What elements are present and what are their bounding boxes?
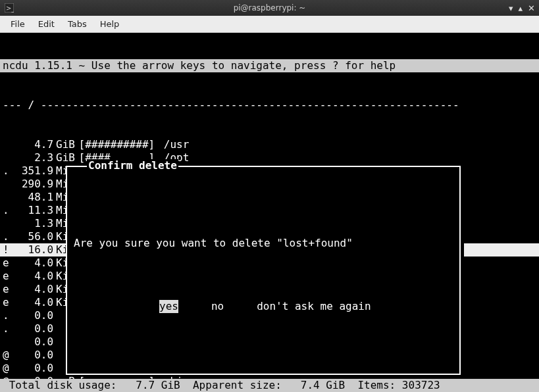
- path-mark: ---: [3, 99, 22, 112]
- row-mark: e: [3, 296, 9, 309]
- row-size: 4.0: [9, 283, 53, 296]
- row-name: /usr: [161, 138, 190, 151]
- row-size: 290.9: [9, 178, 53, 191]
- menu-file[interactable]: File: [5, 18, 30, 30]
- close-button[interactable]: ✕: [528, 3, 535, 13]
- dialog-button-don-t-ask-me-again[interactable]: don't ask me again: [257, 300, 371, 313]
- row-size: 16.0: [9, 243, 53, 257]
- row-mark: .: [3, 309, 9, 322]
- row-size: 1.3: [9, 217, 53, 230]
- row-mark: [3, 151, 9, 164]
- dash-trail: ----------------------------------------…: [41, 99, 459, 112]
- row-mark: .: [3, 204, 9, 217]
- window-titlebar: >_ pi@raspberrypi: ~ ▾ ▴ ✕: [0, 0, 539, 16]
- row-size: 0.0: [9, 309, 53, 322]
- menu-help[interactable]: Help: [95, 18, 125, 30]
- menubar: File Edit Tabs Help: [0, 16, 539, 33]
- row-mark: .: [3, 322, 9, 335]
- current-path: /: [28, 99, 35, 112]
- row-size: 4.0: [9, 257, 53, 270]
- dialog-button-no[interactable]: no: [211, 300, 224, 313]
- dialog-message: Are you sure you want to delete "lost+fo…: [74, 237, 453, 250]
- list-row[interactable]: 2.3GiB[#### ]/opt: [0, 151, 539, 164]
- path-row: --- / ----------------------------------…: [0, 99, 539, 112]
- dialog-title: Confirm delete: [87, 159, 178, 172]
- ncdu-header: ncdu 1.15.1 ~ Use the arrow keys to navi…: [0, 59, 539, 72]
- row-mark: [3, 138, 9, 151]
- row-mark: e: [3, 270, 9, 283]
- row-unit: GiB: [53, 151, 79, 164]
- minimize-button[interactable]: ▾: [509, 3, 513, 13]
- maximize-button[interactable]: ▴: [519, 3, 523, 13]
- row-mark: @: [3, 362, 9, 375]
- menu-tabs[interactable]: Tabs: [63, 18, 92, 30]
- row-size: 351.9: [9, 164, 53, 178]
- row-size: 0.0: [9, 335, 53, 349]
- row-mark: e: [3, 257, 9, 270]
- row-mark: !: [3, 243, 9, 257]
- window-controls: ▾ ▴ ✕: [509, 3, 535, 13]
- row-mark: e: [3, 283, 9, 296]
- dialog-button-yes[interactable]: yes: [159, 300, 178, 313]
- row-size: 2.3: [9, 151, 53, 164]
- row-bar: [##########]: [79, 138, 161, 151]
- list-row[interactable]: 4.7GiB[##########]/usr: [0, 138, 539, 151]
- row-size: 56.0: [9, 230, 53, 243]
- ncdu-footer: Total disk usage: 7.7 GiB Apparent size:…: [0, 379, 539, 392]
- row-size: 0.0: [9, 362, 53, 375]
- row-size: 4.0: [9, 270, 53, 283]
- row-mark: @: [3, 349, 9, 362]
- confirm-delete-dialog: Confirm delete Are you sure you want to …: [66, 166, 461, 375]
- row-mark: .: [3, 164, 9, 178]
- window-title: pi@raspberrypi: ~: [0, 3, 539, 12]
- row-mark: [3, 217, 9, 230]
- row-size: 0.0: [9, 322, 53, 335]
- row-size: 48.1: [9, 191, 53, 204]
- row-mark: [3, 335, 9, 349]
- row-mark: [3, 178, 9, 191]
- row-mark: [3, 191, 9, 204]
- row-size: 0.0: [9, 349, 53, 362]
- menu-edit[interactable]: Edit: [33, 18, 60, 30]
- terminal-icon: >_: [4, 3, 14, 13]
- row-mark: .: [3, 230, 9, 243]
- row-size: 4.0: [9, 296, 53, 309]
- terminal-area[interactable]: ncdu 1.15.1 ~ Use the arrow keys to navi…: [0, 33, 539, 392]
- svg-text:>_: >_: [6, 5, 14, 12]
- row-size: 4.7: [9, 138, 53, 151]
- row-unit: GiB: [53, 138, 79, 151]
- row-size: 11.3: [9, 204, 53, 217]
- row-trail: [464, 243, 536, 257]
